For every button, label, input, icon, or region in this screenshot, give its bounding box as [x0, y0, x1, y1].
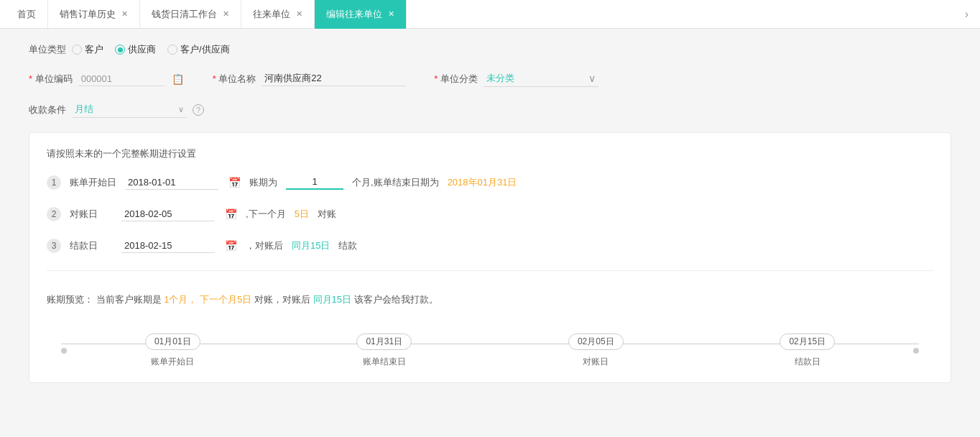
payment-value: 月结: [75, 103, 175, 116]
category-value: 未分类: [486, 72, 586, 85]
timeline-dot-right: [913, 348, 919, 354]
close-partners[interactable]: ✕: [296, 10, 302, 18]
name-group: 单位名称: [213, 72, 406, 86]
help-icon[interactable]: ?: [193, 104, 204, 116]
close-cashflow[interactable]: ✕: [223, 10, 229, 18]
category-dropdown-arrow: ∨: [588, 73, 596, 84]
step-2-label: 对账日: [70, 208, 113, 221]
timeline-dot-left: [61, 348, 67, 354]
tab-cashflow[interactable]: 钱货日清工作台 ✕: [140, 0, 241, 29]
name-input[interactable]: [262, 72, 405, 86]
step-3-cal-icon[interactable]: 📅: [225, 240, 237, 252]
timeline-bubble-3[interactable]: 02月05日: [568, 334, 624, 350]
step-1-cal-icon[interactable]: 📅: [228, 177, 241, 188]
timeline-bubble-2[interactable]: 01月31日: [356, 334, 412, 350]
timeline-label-1: 账单开始日: [151, 356, 194, 368]
step-3-row: 3 结款日 📅 ，对账后 同月15日 结款: [47, 239, 933, 253]
payment-row: 收款条件 月结 ∨ ?: [29, 101, 951, 118]
preview-date: 同月15日: [313, 294, 351, 305]
category-select[interactable]: 未分类 ∨: [484, 70, 598, 87]
category-label: 单位分类: [434, 73, 478, 86]
section-title: 请按照未来的一个完整帐期进行设置: [47, 147, 933, 160]
timeline-bubble-4[interactable]: 02月15日: [780, 334, 835, 350]
timeline: 01月01日 账单开始日 01月31日 账单结束日 02月05日 对账日 02月…: [47, 322, 933, 368]
copy-icon[interactable]: 📋: [172, 73, 184, 85]
step-1-row: 1 账单开始日 📅 账期为 个月,账单结束日期为 2018年01月31日: [47, 175, 933, 190]
category-group: 单位分类 未分类 ∨: [434, 70, 598, 87]
radio-label-customer: 客户: [85, 43, 103, 56]
radio-circle-supplier: [115, 45, 125, 55]
radio-circle-both: [167, 45, 177, 55]
step-1-date-input[interactable]: [125, 175, 218, 190]
code-name-row: 单位编码 📋 单位名称 单位分类 未分类 ∨: [29, 70, 951, 87]
step-1-end-date: 2018年01月31日: [448, 176, 517, 189]
radio-label-both: 客户/供应商: [180, 43, 230, 56]
code-group: 单位编码 📋: [29, 72, 184, 86]
unit-type-label: 单位类型: [29, 43, 66, 56]
main-content: 单位类型 客户 供应商 客户/供应商 单位编码 📋: [0, 29, 980, 437]
payment-dropdown-arrow: ∨: [178, 105, 184, 114]
tab-home[interactable]: 首页: [6, 0, 48, 29]
unit-type-row: 单位类型 客户 供应商 客户/供应商: [29, 43, 951, 56]
step-3-desc-pre: ，对账后: [246, 239, 283, 252]
code-label: 单位编码: [29, 73, 73, 86]
radio-label-supplier: 供应商: [128, 43, 156, 56]
step-2-desc-post: 对账: [318, 208, 336, 221]
timeline-node-3: 02月05日 对账日: [568, 334, 624, 368]
timeline-label-4: 结款日: [795, 356, 820, 368]
preview-text: 账期预览： 当前客户账期是 1个月， 下一个月5日 对账，对账后 同月15日 该…: [47, 282, 933, 308]
step-1-num: 1: [47, 175, 61, 190]
step-3-desc-post: 结款: [338, 239, 357, 252]
step-2-highlight: 5日: [295, 208, 309, 221]
timeline-node-2: 01月31日 账单结束日: [356, 334, 412, 368]
close-edit-partner[interactable]: ✕: [388, 10, 394, 18]
step-2-row: 2 对账日 📅 ,下一个月 5日 对账: [47, 207, 933, 221]
step-1-label: 账单开始日: [70, 176, 116, 189]
step-1-desc-post: 个月,账单结束日期为: [352, 176, 439, 189]
timeline-node-4: 02月15日 结款日: [780, 334, 835, 368]
timeline-label-2: 账单结束日: [363, 356, 406, 368]
preview-end: 该客户会给我打款。: [354, 294, 438, 305]
preview-label: 账期预览：: [47, 294, 93, 305]
step-3-label: 结款日: [70, 239, 113, 252]
settings-section: 请按照未来的一个完整帐期进行设置 1 账单开始日 📅 账期为 个月,账单结束日期…: [29, 132, 951, 383]
preview-text-start: 当前客户账期是: [96, 294, 162, 305]
step-2-date-input[interactable]: [121, 207, 215, 221]
tab-partners[interactable]: 往来单位 ✕: [241, 0, 315, 29]
close-sales-history[interactable]: ✕: [121, 10, 128, 18]
step-2-desc-pre: ,下一个月: [246, 208, 286, 221]
radio-both[interactable]: 客户/供应商: [167, 43, 230, 56]
preview-next: 下一个月5日: [200, 294, 251, 305]
payment-group: 收款条件 月结 ∨ ?: [29, 101, 204, 118]
radio-circle-customer: [72, 45, 82, 55]
step-3-num: 3: [47, 239, 61, 253]
unit-type-group: 单位类型 客户 供应商 客户/供应商: [29, 43, 230, 56]
step-1-desc-pre: 账期为: [249, 176, 277, 189]
timeline-bubble-1[interactable]: 01月01日: [145, 334, 200, 350]
name-label: 单位名称: [213, 73, 256, 86]
tab-sales-history[interactable]: 销售订单历史 ✕: [48, 0, 140, 29]
step-3-highlight: 同月15日: [292, 239, 330, 252]
preview-mid: 对账，对账后: [254, 294, 310, 305]
step-2-cal-icon[interactable]: 📅: [225, 208, 237, 220]
payment-label: 收款条件: [29, 104, 66, 116]
timeline-node-1: 01月01日 账单开始日: [145, 334, 200, 368]
preview-1m: 1个月，: [164, 294, 197, 305]
tabs-more-arrow[interactable]: ›: [959, 8, 974, 21]
payment-select[interactable]: 月结 ∨: [72, 101, 187, 118]
step-1-months-input[interactable]: [286, 175, 343, 190]
radio-customer[interactable]: 客户: [72, 43, 103, 56]
step-2-num: 2: [47, 207, 61, 221]
tab-edit-partner[interactable]: 编辑往来单位 ✕: [315, 0, 407, 29]
radio-supplier[interactable]: 供应商: [115, 43, 156, 56]
tabs-bar: 首页 销售订单历史 ✕ 钱货日清工作台 ✕ 往来单位 ✕ 编辑往来单位 ✕ ›: [0, 0, 980, 29]
radio-group: 客户 供应商 客户/供应商: [72, 43, 230, 56]
step-3-date-input[interactable]: [121, 239, 215, 253]
timeline-label-3: 对账日: [583, 356, 609, 368]
code-input[interactable]: [78, 72, 165, 86]
